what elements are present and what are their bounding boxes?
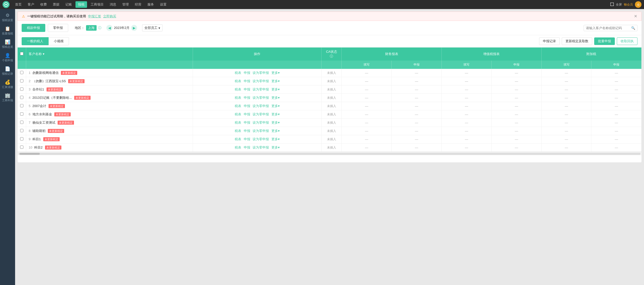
nav-customer[interactable]: 客户: [25, 1, 37, 8]
tab-small-scale[interactable]: 小规模: [49, 37, 69, 45]
horizontal-scrollbar[interactable]: [18, 152, 641, 155]
search-input[interactable]: [586, 26, 631, 30]
op-more[interactable]: 更多▾: [271, 146, 280, 149]
op-declare[interactable]: 申报: [244, 87, 250, 91]
nav-management[interactable]: 管理: [120, 1, 131, 8]
tab-zero-declaration[interactable]: 零申报: [48, 24, 68, 32]
nav-invoice[interactable]: 票据: [50, 1, 62, 8]
prev-month-button[interactable]: ◀: [106, 25, 112, 31]
operations-cell: 税表 申报 设为零申报 更多▾: [193, 110, 321, 119]
op-set-zero[interactable]: 设为零申报: [253, 137, 269, 141]
vat-fill-value: —: [465, 88, 468, 91]
op-declare[interactable]: 申报: [244, 146, 250, 149]
btn-declaration-records[interactable]: 申报记录: [539, 37, 560, 45]
op-tax-form[interactable]: 税表: [235, 121, 241, 124]
op-tax-form[interactable]: 税表: [235, 79, 241, 83]
op-more[interactable]: 更多▾: [271, 112, 280, 116]
fullscreen-label[interactable]: 全屏: [616, 3, 622, 7]
select-all-checkbox[interactable]: [20, 52, 23, 55]
op-tax-form[interactable]: 税表: [235, 137, 241, 141]
op-declare[interactable]: 申报: [244, 96, 250, 100]
nav-billing[interactable]: 收费: [38, 1, 49, 8]
tab-tax-declaration[interactable]: 税款申报: [22, 24, 45, 32]
op-set-zero[interactable]: 设为零申报: [253, 129, 269, 133]
op-declare[interactable]: 申报: [244, 71, 250, 75]
op-set-zero[interactable]: 设为零申报: [253, 71, 269, 75]
op-declare[interactable]: 申报: [244, 121, 250, 124]
op-declare[interactable]: 申报: [244, 129, 250, 133]
row-checkbox-cell: [18, 119, 26, 127]
op-tax-form[interactable]: 税表: [235, 104, 241, 108]
nav-bookkeeping[interactable]: 记账: [63, 1, 74, 8]
sidebar-item-tax-records[interactable]: 📄 报税记录: [1, 65, 14, 77]
op-more[interactable]: 更多▾: [271, 129, 280, 133]
nav-home[interactable]: 首页: [13, 1, 24, 8]
banner-close-button[interactable]: ✕: [634, 14, 637, 19]
scroll-thumb[interactable]: [20, 153, 40, 155]
region-info-icon[interactable]: ⓘ: [98, 26, 101, 30]
sidebar-item-annual-settlement[interactable]: 💰 汇算清缴: [1, 78, 14, 90]
apply-link[interactable]: 申报汇签: [88, 14, 101, 19]
op-set-zero[interactable]: 设为零申报: [253, 146, 269, 149]
row-checkbox-0[interactable]: [20, 71, 23, 74]
op-set-zero[interactable]: 设为零申报: [253, 87, 269, 91]
op-declare[interactable]: 申报: [244, 112, 250, 116]
op-tax-form[interactable]: 税表: [235, 71, 241, 75]
row-checkbox-2[interactable]: [20, 87, 23, 91]
sidebar-item-batch-tax[interactable]: 📋 批量报税: [1, 24, 14, 37]
next-month-button[interactable]: ▶: [131, 25, 137, 31]
op-tax-form[interactable]: 税表: [235, 96, 241, 100]
op-tax-form[interactable]: 税表: [235, 146, 241, 149]
op-more[interactable]: 更多▾: [271, 104, 280, 108]
staff-selector[interactable]: 全部员工 ▾: [142, 24, 163, 31]
op-more[interactable]: 更多▾: [271, 71, 280, 75]
buy-link[interactable]: 立即购买: [103, 14, 116, 19]
row-checkbox-9[interactable]: [20, 146, 23, 149]
nav-operations[interactable]: 经营: [132, 1, 144, 8]
op-more[interactable]: 更多▾: [271, 121, 280, 124]
btn-batch-declare[interactable]: 批量申报: [594, 37, 615, 45]
nav-message[interactable]: 消息: [107, 1, 119, 8]
customer-name: 科目2: [34, 146, 43, 149]
sidebar-item-tax-overview[interactable]: 📊 报税总览: [1, 38, 14, 50]
op-declare[interactable]: 申报: [244, 79, 250, 83]
op-tax-form[interactable]: 税表: [235, 129, 241, 133]
op-tax-form[interactable]: 税表: [235, 112, 241, 116]
op-more[interactable]: 更多▾: [271, 137, 280, 141]
op-more[interactable]: 更多▾: [271, 87, 280, 91]
nav-settings[interactable]: 设置: [157, 1, 169, 8]
op-more[interactable]: 更多▾: [271, 79, 280, 83]
btn-update-tax[interactable]: 更新税定及取数: [562, 37, 592, 45]
row-checkbox-7[interactable]: [20, 129, 23, 132]
nav-business-project[interactable]: 工商项目: [88, 1, 106, 8]
row-checkbox-6[interactable]: [20, 121, 23, 124]
op-set-zero[interactable]: 设为零申报: [253, 96, 269, 100]
op-set-zero[interactable]: 设为零申报: [253, 79, 269, 83]
fullscreen-button[interactable]: [610, 3, 614, 7]
op-declare[interactable]: 申报: [244, 137, 250, 141]
nav-service[interactable]: 服务: [145, 1, 156, 8]
row-checkbox-8[interactable]: [20, 137, 23, 140]
unconfirmed-badge: 未更新税定: [49, 104, 65, 108]
search-icon[interactable]: 🔍: [631, 26, 635, 30]
op-tax-form[interactable]: 税表: [235, 87, 241, 91]
nav-tax[interactable]: 报税: [75, 1, 87, 8]
op-declare[interactable]: 申报: [244, 104, 250, 108]
row-checkbox-4[interactable]: [20, 104, 23, 107]
sidebar-item-annual-report[interactable]: 🏢 工商年报: [1, 91, 14, 104]
op-more[interactable]: 更多▾: [271, 96, 280, 100]
row-checkbox-1[interactable]: [20, 79, 23, 82]
sidebar-item-personal-tax[interactable]: 👤 个税申报: [1, 51, 14, 64]
tab-general-taxpayer[interactable]: 一般的税人: [22, 37, 49, 45]
row-checkbox-cell: [18, 110, 26, 119]
op-set-zero[interactable]: 设为零申报: [253, 121, 269, 124]
avatar[interactable]: 会: [635, 1, 641, 8]
sidebar-item-tax-settings[interactable]: ⚙ 报税设置: [1, 11, 14, 23]
row-checkbox-5[interactable]: [20, 112, 23, 116]
row-checkbox-3[interactable]: [20, 96, 23, 99]
op-set-zero[interactable]: 设为零申报: [253, 112, 269, 116]
btn-collect-receipt[interactable]: 收取回执: [617, 37, 637, 45]
records-icon: 📄: [5, 66, 10, 72]
op-set-zero[interactable]: 设为零申报: [253, 104, 269, 108]
member-button[interactable]: 畅会员: [624, 3, 633, 7]
